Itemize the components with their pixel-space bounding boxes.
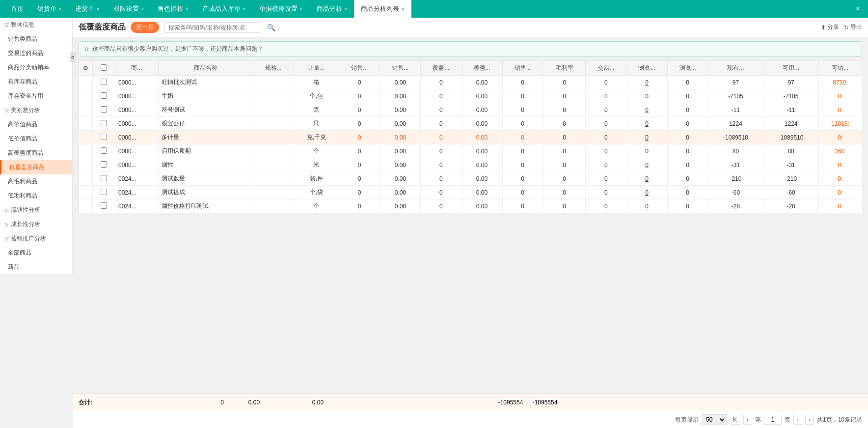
nav-close-purchase[interactable]: × — [96, 6, 99, 12]
row-checkbox[interactable] — [93, 117, 115, 131]
row-select-checkbox[interactable] — [101, 120, 107, 126]
sidebar-item-traded-goods[interactable]: 交易过的商品 — [0, 46, 72, 60]
nav-product-stock[interactable]: 产成品入库单 × — [195, 0, 252, 18]
row-browse1[interactable]: 0 — [626, 200, 667, 213]
col-sales-amt-header[interactable]: 销售... — [380, 61, 421, 76]
row-checkbox[interactable] — [93, 76, 115, 89]
row-settings[interactable] — [79, 158, 93, 172]
row-settings[interactable] — [79, 172, 93, 186]
col-name-header[interactable]: 商品名称 — [158, 61, 253, 76]
col-browse1-header[interactable]: 浏览... — [626, 61, 667, 76]
sidebar-section-growth[interactable]: ▷ 成长性分析 — [0, 217, 72, 231]
share-button[interactable]: ⬆ 分享 — [821, 23, 839, 31]
row-select-checkbox[interactable] — [101, 175, 107, 181]
row-select-checkbox[interactable] — [101, 202, 107, 209]
search-input[interactable] — [164, 22, 262, 33]
prev-page-button[interactable]: ‹ — [743, 415, 752, 425]
row-browse1[interactable]: 0 — [626, 172, 667, 186]
sidebar-collapse-button[interactable]: « — [70, 52, 76, 62]
sidebar-item-high-coverage[interactable]: 高覆盖度商品 — [0, 146, 72, 160]
sidebar-item-all-goods[interactable]: 全部商品 — [0, 246, 72, 260]
nav-close-template[interactable]: × — [299, 6, 302, 12]
row-browse1[interactable]: 0 — [626, 117, 667, 131]
page-size-select[interactable]: 50 20 100 — [702, 414, 727, 425]
nav-permission[interactable]: 权限设置 × — [107, 0, 151, 18]
col-spec-header[interactable]: 规格... — [253, 61, 294, 76]
col-sales-qty-header[interactable]: 销售... — [339, 61, 380, 76]
col-coverage2-header[interactable]: 覆盖... — [461, 61, 502, 76]
sidebar-item-low-coverage[interactable]: 低覆盖度商品 — [0, 160, 72, 174]
row-browse1[interactable]: 0 — [626, 103, 667, 117]
row-select-checkbox[interactable] — [101, 106, 107, 113]
row-settings[interactable] — [79, 76, 93, 89]
window-close-button[interactable]: × — [852, 4, 864, 13]
row-browse1[interactable]: 0 — [626, 76, 667, 89]
nav-home[interactable]: 首页 — [4, 0, 30, 18]
col-current-stock-header[interactable]: 现有... — [708, 61, 763, 76]
export-button[interactable]: ↻ 导出 — [844, 23, 862, 31]
nav-close-analysis[interactable]: × — [344, 6, 347, 12]
row-select-checkbox[interactable] — [101, 161, 107, 168]
col-browse2-header[interactable]: 浏览... — [667, 61, 708, 76]
row-checkbox[interactable] — [93, 172, 115, 186]
row-browse1[interactable]: 0 — [626, 186, 667, 200]
col-checkbox-header[interactable] — [93, 61, 115, 76]
col-transaction-header[interactable]: 交易... — [586, 61, 626, 76]
row-select-checkbox[interactable] — [101, 92, 107, 99]
nav-sales[interactable]: 销货单 × — [30, 0, 68, 18]
col-available-header[interactable]: 可用... — [763, 61, 819, 76]
row-settings[interactable] — [79, 89, 93, 103]
row-select-checkbox[interactable] — [101, 189, 107, 195]
nav-analysis[interactable]: 商品分析 × — [310, 0, 354, 18]
row-settings[interactable] — [79, 144, 93, 158]
sidebar-item-category-rate[interactable]: 商品分类动销率 — [0, 60, 72, 75]
nav-analysis-list[interactable]: 商品分析列表 × — [354, 0, 411, 18]
col-sales3-header[interactable]: 销售... — [502, 61, 543, 76]
sidebar-item-low-margin[interactable]: 低毛利商品 — [0, 189, 72, 203]
row-checkbox[interactable] — [93, 144, 115, 158]
page-number-input[interactable] — [764, 415, 782, 425]
nav-close-role[interactable]: × — [185, 6, 188, 12]
nav-close-sales[interactable]: × — [58, 6, 61, 12]
nav-purchase[interactable]: 进货单 × — [68, 0, 106, 18]
row-browse1[interactable]: 0 — [626, 89, 667, 103]
sidebar-section-overall[interactable]: ▽ 整体信息 — [0, 18, 72, 32]
row-select-checkbox[interactable] — [101, 79, 107, 85]
row-checkbox[interactable] — [93, 131, 115, 144]
sidebar-item-low-value[interactable]: 低价值商品 — [0, 132, 72, 146]
row-browse1[interactable]: 0 — [626, 131, 667, 144]
row-settings[interactable] — [79, 103, 93, 117]
row-checkbox[interactable] — [93, 103, 115, 117]
select-all-checkbox[interactable] — [101, 64, 107, 71]
row-settings[interactable] — [79, 186, 93, 200]
sidebar-item-stock-capital[interactable]: 库存资金占用 — [0, 89, 72, 103]
nav-close-product-stock[interactable]: × — [243, 6, 245, 12]
sidebar-section-category[interactable]: ▽ 类别差分析 — [0, 103, 72, 117]
col-sellable-header[interactable]: 可销... — [818, 61, 862, 76]
date-filter-recent-month[interactable]: 近一月 — [131, 22, 159, 33]
nav-template[interactable]: 单据模板设置 × — [252, 0, 309, 18]
nav-role[interactable]: 角色授权 × — [151, 0, 195, 18]
nav-close-analysis-list[interactable]: × — [401, 6, 404, 12]
sidebar-section-flow[interactable]: ▷ 流通性分析 — [0, 203, 72, 217]
row-select-checkbox[interactable] — [101, 147, 107, 154]
next-page-button[interactable]: › — [793, 415, 802, 425]
row-checkbox[interactable] — [93, 158, 115, 172]
search-button[interactable]: 🔍 — [267, 24, 275, 31]
sidebar-item-sales-goods[interactable]: 销售类商品 — [0, 32, 72, 46]
col-gross-margin-header[interactable]: 毛利率 — [543, 61, 586, 76]
col-unit-header[interactable]: 计量... — [294, 61, 339, 76]
row-checkbox[interactable] — [93, 89, 115, 103]
row-settings[interactable] — [79, 131, 93, 144]
sidebar-section-marketing[interactable]: ▽ 营销推广分析 — [0, 231, 72, 246]
table-wrapper[interactable]: ⚙ 商... 商品名称 规格... 计量... 销售... 销售... 覆盖..… — [79, 60, 862, 393]
row-select-checkbox[interactable] — [101, 134, 107, 140]
sidebar-item-high-value[interactable]: 高价值商品 — [0, 117, 72, 132]
col-coverage1-header[interactable]: 覆盖... — [421, 61, 461, 76]
row-checkbox[interactable] — [93, 200, 115, 213]
col-code-header[interactable]: 商... — [115, 61, 158, 76]
sidebar-item-high-margin[interactable]: 高毛利商品 — [0, 174, 72, 189]
sidebar-item-stock-goods[interactable]: 有库存商品 — [0, 75, 72, 89]
last-page-button[interactable]: › — [805, 415, 814, 425]
row-settings[interactable] — [79, 117, 93, 131]
